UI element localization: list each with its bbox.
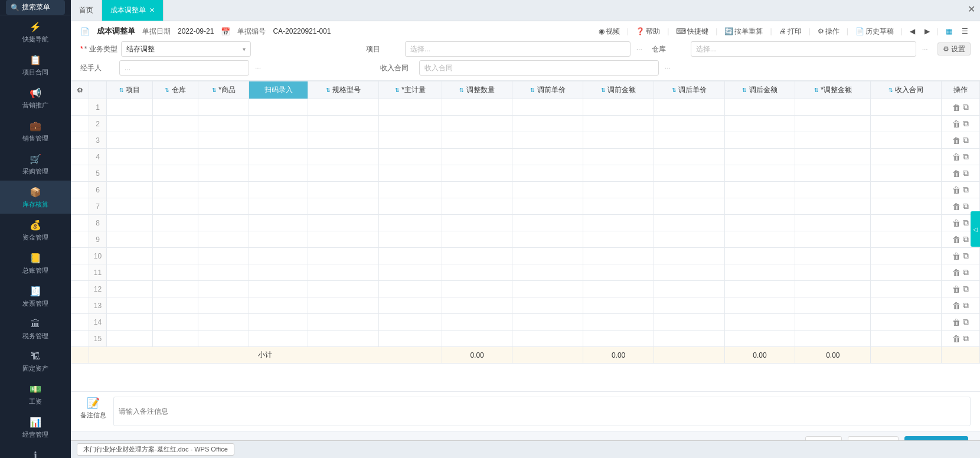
- row-adj-amount-cell[interactable]: [795, 149, 871, 165]
- row-delete-icon[interactable]: 🗑: [952, 169, 961, 178]
- row-project-cell[interactable]: [107, 281, 153, 297]
- row-delete-icon[interactable]: 🗑: [952, 202, 961, 211]
- row-product-cell[interactable]: [198, 116, 249, 132]
- row-after-amount-cell[interactable]: [724, 281, 795, 297]
- row-after-amount-cell[interactable]: [724, 264, 795, 281]
- row-prev-amount-cell[interactable]: [583, 182, 654, 198]
- row-income-contract-cell[interactable]: [871, 314, 942, 331]
- row-spec-cell[interactable]: [308, 99, 379, 116]
- row-income-contract-cell[interactable]: [871, 281, 942, 297]
- row-prev-amount-cell[interactable]: [583, 132, 654, 149]
- sidebar-item-12[interactable]: 📊经营管理: [0, 411, 71, 444]
- row-after-amount-cell[interactable]: [724, 231, 795, 248]
- sidebar-item-8[interactable]: 🧾发票管理: [0, 280, 71, 313]
- row-after-amount-cell[interactable]: [724, 149, 795, 165]
- sort-warehouse[interactable]: ⇅: [165, 87, 169, 93]
- row-prev-unit-price-cell[interactable]: [512, 297, 583, 314]
- row-prev-amount-cell[interactable]: [583, 297, 654, 314]
- row-prev-unit-price-cell[interactable]: [512, 132, 583, 149]
- sidebar-item-5[interactable]: 📦库存核算: [0, 181, 71, 214]
- row-warehouse-cell[interactable]: [152, 297, 198, 314]
- row-after-unit-price-cell[interactable]: [654, 165, 724, 182]
- row-adj-amount-cell[interactable]: [795, 132, 871, 149]
- row-spec-cell[interactable]: [308, 248, 379, 264]
- row-product-cell[interactable]: [198, 264, 249, 281]
- row-after-unit-price-cell[interactable]: [654, 297, 724, 314]
- row-unit-cell[interactable]: [378, 116, 442, 132]
- row-prev-unit-price-cell[interactable]: [512, 99, 583, 116]
- row-after-unit-price-cell[interactable]: [654, 116, 724, 132]
- project-select[interactable]: 选择...: [405, 41, 631, 57]
- sidebar-item-2[interactable]: 📢营销推广: [0, 81, 71, 114]
- row-spec-cell[interactable]: [308, 149, 379, 165]
- row-project-cell[interactable]: [107, 116, 153, 132]
- row-prev-unit-price-cell[interactable]: [512, 198, 583, 215]
- row-spec-cell[interactable]: [308, 314, 379, 331]
- search-menu-button[interactable]: 🔍 搜索菜单: [6, 0, 65, 15]
- income-contract-input[interactable]: 收入合同: [419, 60, 659, 76]
- row-scan-cell[interactable]: [249, 132, 308, 149]
- row-copy-icon[interactable]: ⧉: [963, 251, 969, 261]
- row-warehouse-cell[interactable]: [152, 248, 198, 264]
- row-income-contract-cell[interactable]: [871, 248, 942, 264]
- handler-more-icon[interactable]: ···: [255, 64, 261, 72]
- row-spec-cell[interactable]: [308, 264, 379, 281]
- row-prev-unit-price-cell[interactable]: [512, 248, 583, 264]
- row-scan-cell[interactable]: [249, 281, 308, 297]
- row-after-amount-cell[interactable]: [724, 297, 795, 314]
- row-adj-qty-cell[interactable]: [442, 215, 512, 231]
- row-income-contract-cell[interactable]: [871, 99, 942, 116]
- row-delete-icon[interactable]: 🗑: [952, 235, 961, 244]
- row-adj-amount-cell[interactable]: [795, 116, 871, 132]
- row-copy-icon[interactable]: ⧉: [963, 333, 969, 344]
- row-unit-cell[interactable]: [378, 182, 442, 198]
- row-delete-icon[interactable]: 🗑: [952, 136, 961, 145]
- row-after-amount-cell[interactable]: [724, 132, 795, 149]
- row-adj-amount-cell[interactable]: [795, 281, 871, 297]
- row-unit-cell[interactable]: [378, 231, 442, 248]
- row-adj-qty-cell[interactable]: [442, 281, 512, 297]
- nav-next-button[interactable]: ▶: [922, 27, 932, 35]
- sort-product[interactable]: ⇅: [212, 87, 217, 93]
- row-after-unit-price-cell[interactable]: [654, 264, 724, 281]
- sort-adj-qty[interactable]: ⇅: [459, 87, 464, 93]
- row-product-cell[interactable]: [198, 248, 249, 264]
- row-adj-qty-cell[interactable]: [442, 297, 512, 314]
- row-spec-cell[interactable]: [308, 231, 379, 248]
- row-income-contract-cell[interactable]: [871, 182, 942, 198]
- row-warehouse-cell[interactable]: [152, 281, 198, 297]
- row-copy-icon[interactable]: ⧉: [963, 102, 969, 112]
- row-adj-qty-cell[interactable]: [442, 198, 512, 215]
- row-unit-cell[interactable]: [378, 99, 442, 116]
- row-scan-cell[interactable]: [249, 264, 308, 281]
- row-prev-amount-cell[interactable]: [583, 231, 654, 248]
- row-after-amount-cell[interactable]: [724, 116, 795, 132]
- business-type-select[interactable]: 结存调整 ▾: [121, 41, 251, 57]
- row-prev-amount-cell[interactable]: [583, 116, 654, 132]
- row-prev-unit-price-cell[interactable]: [512, 182, 583, 198]
- row-adj-qty-cell[interactable]: [442, 331, 512, 347]
- row-scan-cell[interactable]: [249, 165, 308, 182]
- row-spec-cell[interactable]: [308, 331, 379, 347]
- row-product-cell[interactable]: [198, 132, 249, 149]
- row-project-cell[interactable]: [107, 165, 153, 182]
- sidebar-item-6[interactable]: 💰资金管理: [0, 214, 71, 247]
- project-more-icon[interactable]: ···: [636, 45, 642, 53]
- row-product-cell[interactable]: [198, 165, 249, 182]
- row-after-amount-cell[interactable]: [724, 215, 795, 231]
- tab-cost-adjustment[interactable]: 成本调整单 ✕: [102, 0, 164, 21]
- row-after-unit-price-cell[interactable]: [654, 331, 724, 347]
- tab-close-icon[interactable]: ✕: [149, 6, 155, 14]
- sidebar-item-11[interactable]: 💵工资: [0, 378, 71, 411]
- row-delete-icon[interactable]: 🗑: [952, 119, 961, 129]
- handler-input[interactable]: ...: [119, 60, 249, 76]
- row-project-cell[interactable]: [107, 149, 153, 165]
- row-warehouse-cell[interactable]: [152, 149, 198, 165]
- sort-income-contract[interactable]: ⇅: [888, 87, 893, 93]
- row-warehouse-cell[interactable]: [152, 198, 198, 215]
- sort-unit[interactable]: ⇅: [395, 87, 400, 93]
- row-copy-icon[interactable]: ⧉: [963, 152, 969, 162]
- row-scan-cell[interactable]: [249, 182, 308, 198]
- row-after-amount-cell[interactable]: [724, 331, 795, 347]
- row-after-unit-price-cell[interactable]: [654, 132, 724, 149]
